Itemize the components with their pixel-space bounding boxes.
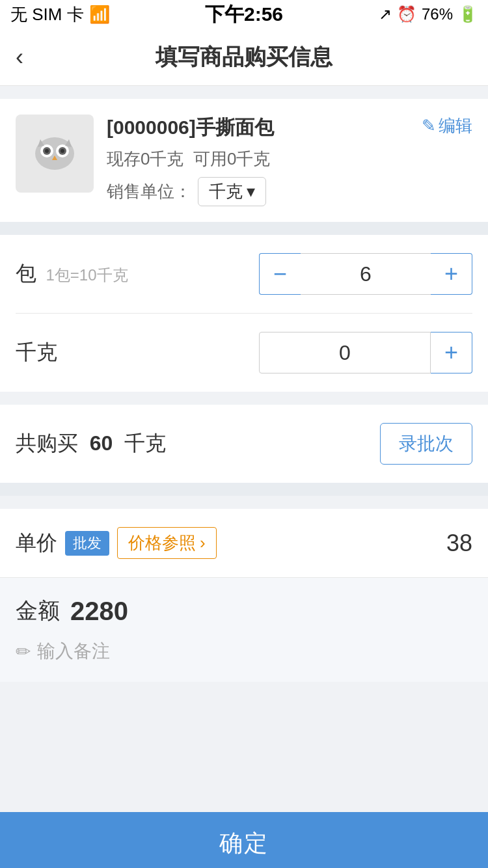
status-time: 下午2:56 [205,1,283,28]
qianke-quantity-row: 千克 + [16,314,472,392]
qianke-label: 千克 [16,340,57,364]
price-type-tag: 批发 [65,531,109,556]
price-section: 单价 批发 价格参照 › 38 [0,509,488,577]
bao-hint: 1包=10千克 [46,266,128,284]
price-value: 38 [446,530,472,557]
confirm-button[interactable]: 确定 [16,828,472,860]
amount-section: 金额 2280 ✏ 输入备注 [0,577,488,682]
total-text: 共购买 60 千克 [16,429,166,458]
qianke-label-group: 千克 [16,338,57,367]
owl-logo-icon [29,134,81,173]
bao-label-group: 包 1包=10千克 [16,260,128,288]
nav-bar: ‹ 填写商品购买信息 [0,29,488,86]
qianke-quantity-control: + [259,332,472,373]
back-button[interactable]: ‹ [16,44,23,71]
product-unit-row: 销售单位： 千克 ▾ [107,177,472,206]
location-icon: ↗ [379,5,392,23]
product-name: [0000006]手撕面包 [107,115,274,141]
note-placeholder: 输入备注 [37,639,110,664]
bao-quantity-control: − + [259,253,472,295]
bao-decrement-button[interactable]: − [259,253,301,295]
edit-icon: ✎ [422,116,436,136]
amount-label: 金额 [16,596,60,626]
battery-icon: 🔋 [458,5,478,23]
divider-1 [0,222,488,235]
note-row[interactable]: ✏ 输入备注 [16,639,472,664]
battery-text: 76% [422,5,453,23]
bao-quantity-row: 包 1包=10千克 − + [16,235,472,314]
svg-point-6 [61,149,64,153]
product-stock: 现存0千克 可用0千克 [107,148,472,170]
chevron-right-icon: › [200,533,206,553]
wifi-icon: 📶 [89,5,110,25]
record-batch-button[interactable]: 录批次 [380,423,472,465]
page-title: 填写商品购买信息 [156,42,332,72]
status-left: 无 SIM 卡 📶 [10,3,110,26]
status-bar: 无 SIM 卡 📶 下午2:56 ↗ ⏰ 76% 🔋 [0,0,488,29]
bao-increment-button[interactable]: + [431,253,472,295]
svg-point-5 [45,149,49,153]
edit-button[interactable]: ✎ 编辑 [422,115,472,137]
total-section: 共购买 60 千克 录批次 [0,405,488,483]
status-right: ↗ ⏰ 76% 🔋 [379,5,478,23]
product-image [16,115,94,193]
confirm-button-container: 确定 [0,812,488,868]
amount-value: 2280 [70,597,128,626]
product-name-row: [0000006]手撕面包 ✎ 编辑 [107,115,472,141]
pencil-icon: ✏ [16,641,31,662]
alarm-icon: ⏰ [397,5,416,23]
qianke-quantity-input[interactable] [259,332,431,373]
total-amount: 60 [90,431,113,455]
qianke-increment-button[interactable]: + [431,332,472,373]
price-label: 单价 [16,529,57,558]
carrier-text: 无 SIM 卡 [10,3,84,26]
chevron-down-icon: ▾ [247,182,255,202]
unit-label: 销售单位： [107,180,191,203]
amount-row: 金额 2280 [16,596,472,626]
price-left: 单价 批发 价格参照 › [16,527,217,559]
product-info: [0000006]手撕面包 ✎ 编辑 现存0千克 可用0千克 销售单位： 千克 … [107,115,472,206]
spacer [0,682,488,812]
product-card: [0000006]手撕面包 ✎ 编辑 现存0千克 可用0千克 销售单位： 千克 … [0,99,488,222]
price-reference-button[interactable]: 价格参照 › [117,527,217,559]
divider-2 [0,483,488,496]
bao-quantity-input[interactable] [301,253,431,295]
bao-label: 包 [16,262,36,285]
quantity-section: 包 1包=10千克 − + 千克 + [0,235,488,392]
unit-select[interactable]: 千克 ▾ [198,177,266,206]
